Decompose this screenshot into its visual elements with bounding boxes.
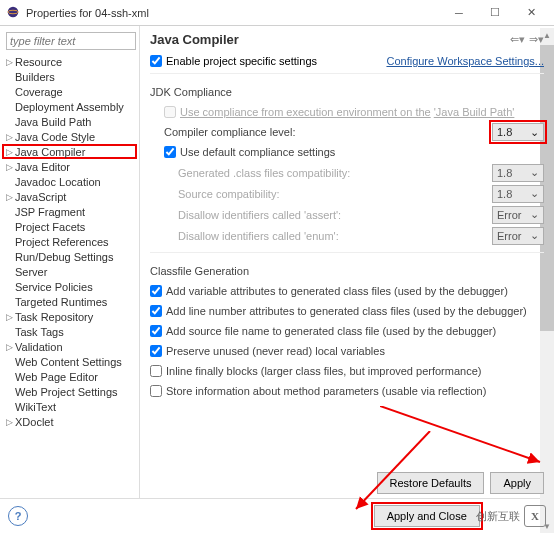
expand-icon: ▷ bbox=[6, 192, 15, 202]
sidebar-item-task-repository[interactable]: ▷Task Repository bbox=[2, 309, 137, 324]
expand-icon: ▷ bbox=[6, 342, 15, 352]
classfile-option[interactable]: Add source file name to generated class … bbox=[150, 321, 544, 341]
titlebar: Properties for 04-ssh-xml ─ ☐ ✕ bbox=[0, 0, 554, 26]
sidebar-item-coverage[interactable]: Coverage bbox=[2, 84, 137, 99]
form-select: 1.8⌄ bbox=[492, 164, 544, 182]
sidebar-item-validation[interactable]: ▷Validation bbox=[2, 339, 137, 354]
java-build-path-link: 'Java Build Path' bbox=[434, 106, 515, 118]
form-select: Error⌄ bbox=[492, 206, 544, 224]
classfile-option[interactable]: Preserve unused (never read) local varia… bbox=[150, 341, 544, 361]
expand-icon: ▷ bbox=[6, 132, 15, 142]
sidebar-item-service-policies[interactable]: Service Policies bbox=[2, 279, 137, 294]
classfile-option[interactable]: Store information about method parameter… bbox=[150, 381, 544, 401]
sidebar-item-javascript[interactable]: ▷JavaScript bbox=[2, 189, 137, 204]
sidebar-item-targeted-runtimes[interactable]: Targeted Runtimes bbox=[2, 294, 137, 309]
apply-and-close-button[interactable]: Apply and Close bbox=[374, 505, 480, 527]
sidebar-item-builders[interactable]: Builders bbox=[2, 69, 137, 84]
chevron-down-icon: ⌄ bbox=[530, 187, 539, 200]
sidebar-item-server[interactable]: Server bbox=[2, 264, 137, 279]
chevron-down-icon: ⌄ bbox=[530, 208, 539, 221]
form-label: Generated .class files compatibility: bbox=[178, 167, 486, 179]
classfile-option[interactable]: Add variable attributes to generated cla… bbox=[150, 281, 544, 301]
form-select: Error⌄ bbox=[492, 227, 544, 245]
form-label: Source compatibility: bbox=[178, 188, 486, 200]
sidebar-item-run-debug-settings[interactable]: Run/Debug Settings bbox=[2, 249, 137, 264]
form-label: Disallow identifiers called 'assert': bbox=[178, 209, 486, 221]
main-panel: Java Compiler ⇐▾ ⇒▾ Enable project speci… bbox=[140, 26, 554, 498]
form-select: 1.8⌄ bbox=[492, 185, 544, 203]
expand-icon: ▷ bbox=[6, 312, 15, 322]
svg-line-2 bbox=[380, 406, 540, 462]
sidebar-item-deployment-assembly[interactable]: Deployment Assembly bbox=[2, 99, 137, 114]
close-button[interactable]: ✕ bbox=[514, 3, 548, 23]
expand-icon: ▷ bbox=[6, 417, 15, 427]
sidebar-item-java-build-path[interactable]: Java Build Path bbox=[2, 114, 137, 129]
maximize-button[interactable]: ☐ bbox=[478, 3, 512, 23]
help-icon[interactable]: ? bbox=[8, 506, 28, 526]
sidebar-item-java-editor[interactable]: ▷Java Editor bbox=[2, 159, 137, 174]
sidebar: ▷ResourceBuildersCoverageDeployment Asse… bbox=[0, 26, 140, 498]
compliance-level-label: Compiler compliance level: bbox=[164, 126, 295, 138]
sidebar-item-resource[interactable]: ▷Resource bbox=[2, 54, 137, 69]
sidebar-item-task-tags[interactable]: Task Tags bbox=[2, 324, 137, 339]
use-execution-env-checkbox bbox=[164, 106, 176, 118]
filter-input[interactable] bbox=[6, 32, 136, 50]
dialog-footer: ? Apply and Close Cancel bbox=[0, 498, 554, 532]
apply-button[interactable]: Apply bbox=[490, 472, 544, 494]
configure-workspace-link[interactable]: Configure Workspace Settings... bbox=[386, 55, 544, 67]
classfile-heading: Classfile Generation bbox=[150, 265, 544, 277]
classfile-option[interactable]: Inline finally blocks (larger class file… bbox=[150, 361, 544, 381]
expand-icon: ▷ bbox=[6, 162, 15, 172]
sidebar-item-java-compiler[interactable]: ▷Java Compiler bbox=[2, 144, 137, 159]
forward-icon[interactable]: ⇒▾ bbox=[529, 33, 544, 46]
sidebar-item-wikitext[interactable]: WikiText bbox=[2, 399, 137, 414]
sidebar-item-xdoclet[interactable]: ▷XDoclet bbox=[2, 414, 137, 429]
sidebar-item-jsp-fragment[interactable]: JSP Fragment bbox=[2, 204, 137, 219]
chevron-down-icon: ⌄ bbox=[530, 126, 539, 139]
eclipse-icon bbox=[6, 5, 20, 21]
page-heading: Java Compiler bbox=[150, 32, 510, 47]
expand-icon: ▷ bbox=[6, 147, 15, 157]
use-default-compliance-checkbox[interactable] bbox=[164, 146, 176, 158]
form-label: Disallow identifiers called 'enum': bbox=[178, 230, 486, 242]
sidebar-item-web-project-settings[interactable]: Web Project Settings bbox=[2, 384, 137, 399]
chevron-down-icon: ⌄ bbox=[530, 166, 539, 179]
minimize-button[interactable]: ─ bbox=[442, 3, 476, 23]
sidebar-item-web-page-editor[interactable]: Web Page Editor bbox=[2, 369, 137, 384]
restore-defaults-button[interactable]: Restore Defaults bbox=[377, 472, 485, 494]
compliance-level-select[interactable]: 1.8⌄ bbox=[492, 123, 544, 141]
classfile-option[interactable]: Add line number attributes to generated … bbox=[150, 301, 544, 321]
sidebar-item-javadoc-location[interactable]: Javadoc Location bbox=[2, 174, 137, 189]
svg-point-0 bbox=[8, 6, 19, 17]
chevron-down-icon: ⌄ bbox=[530, 229, 539, 242]
back-icon[interactable]: ⇐▾ bbox=[510, 33, 525, 46]
watermark: 创新互联 X bbox=[476, 505, 546, 527]
sidebar-item-web-content-settings[interactable]: Web Content Settings bbox=[2, 354, 137, 369]
enable-project-settings-checkbox[interactable]: Enable project specific settings bbox=[150, 55, 317, 67]
sidebar-item-project-references[interactable]: Project References bbox=[2, 234, 137, 249]
expand-icon: ▷ bbox=[6, 57, 15, 67]
jdk-compliance-heading: JDK Compliance bbox=[150, 86, 544, 98]
sidebar-item-project-facets[interactable]: Project Facets bbox=[2, 219, 137, 234]
window-title: Properties for 04-ssh-xml bbox=[26, 7, 442, 19]
sidebar-item-java-code-style[interactable]: ▷Java Code Style bbox=[2, 129, 137, 144]
